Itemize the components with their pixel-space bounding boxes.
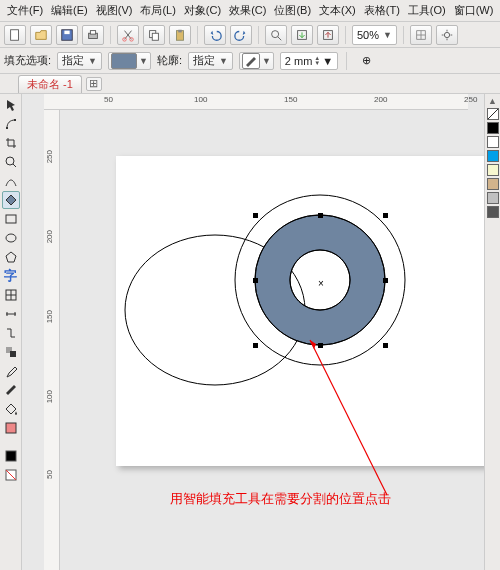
outline-mode-combo[interactable]: 指定 ▼ xyxy=(188,52,233,70)
outline-tool[interactable] xyxy=(2,381,20,399)
chevron-down-icon: ▼ xyxy=(262,56,271,66)
document-tabstrip: 未命名 -1 ⊞ xyxy=(0,74,500,94)
selection-handle[interactable] xyxy=(318,213,323,218)
no-color-swatch[interactable] xyxy=(487,108,499,120)
selection-handle[interactable] xyxy=(383,343,388,348)
menu-edit[interactable]: 编辑(E) xyxy=(48,2,91,19)
document-tab-label: 未命名 -1 xyxy=(27,78,73,90)
selection-handle[interactable] xyxy=(383,278,388,283)
print-button[interactable] xyxy=(82,25,104,45)
chevron-down-icon: ▼ xyxy=(88,56,97,66)
text-tool[interactable]: 字 xyxy=(2,267,20,285)
svg-point-14 xyxy=(444,32,449,37)
polygon-tool[interactable] xyxy=(2,248,20,266)
fill-tool[interactable] xyxy=(2,400,20,418)
color-swatch[interactable] xyxy=(487,178,499,190)
selection-handle[interactable] xyxy=(253,343,258,348)
menu-object[interactable]: 对象(C) xyxy=(181,2,224,19)
menu-table[interactable]: 表格(T) xyxy=(361,2,403,19)
document-tab[interactable]: 未命名 -1 xyxy=(18,75,82,93)
add-tab-button[interactable]: ⊞ xyxy=(86,77,102,91)
zoom-level-combo[interactable]: 50% ▼ xyxy=(352,25,397,45)
svg-point-19 xyxy=(6,234,16,242)
crop-tool[interactable] xyxy=(2,134,20,152)
ruler-vertical[interactable]: 250 200 150 100 50 xyxy=(44,110,60,570)
svg-rect-4 xyxy=(90,30,95,34)
add-node-icon[interactable]: ⊕ xyxy=(355,51,377,71)
selection-handle[interactable] xyxy=(253,213,258,218)
color-swatch[interactable] xyxy=(487,136,499,148)
zoom-tool[interactable] xyxy=(2,153,20,171)
interactive-tool[interactable] xyxy=(2,343,20,361)
menu-layout[interactable]: 布局(L) xyxy=(137,2,178,19)
ruler-mark: 150 xyxy=(284,95,297,104)
menu-view[interactable]: 视图(V) xyxy=(93,2,136,19)
annotation-arrow xyxy=(310,340,387,495)
separator xyxy=(110,26,111,44)
svg-point-17 xyxy=(6,157,14,165)
outline-width-input[interactable]: 2 mm ▲▼ ▼ xyxy=(280,52,338,70)
selection-handle[interactable] xyxy=(318,343,323,348)
paste-button[interactable] xyxy=(169,25,191,45)
freehand-tool[interactable] xyxy=(2,172,20,190)
connector-tool[interactable] xyxy=(2,324,20,342)
menu-text[interactable]: 文本(X) xyxy=(316,2,359,19)
menu-tools[interactable]: 工具(O) xyxy=(405,2,449,19)
spinner[interactable]: ▲▼ xyxy=(314,56,320,66)
selection-handle[interactable] xyxy=(253,278,258,283)
separator xyxy=(258,26,259,44)
svg-rect-8 xyxy=(152,33,158,40)
export-button[interactable] xyxy=(317,25,339,45)
interactive-fill-tool[interactable] xyxy=(2,419,20,437)
drawing-viewport[interactable]: × 用智能填充工具在需要分割的位置点击 xyxy=(60,110,484,570)
outline-width-value: 2 mm xyxy=(285,55,313,67)
color-swatch[interactable] xyxy=(487,122,499,134)
table-tool[interactable] xyxy=(2,286,20,304)
ruler-mark: 250 xyxy=(464,95,477,104)
redo-button[interactable] xyxy=(230,25,252,45)
fill-mode-combo[interactable]: 指定 ▼ xyxy=(57,52,102,70)
zoom-level-value: 50% xyxy=(357,29,379,41)
menu-effect[interactable]: 效果(C) xyxy=(226,2,269,19)
open-button[interactable] xyxy=(30,25,52,45)
eyedropper-tool[interactable] xyxy=(2,362,20,380)
separator xyxy=(345,26,346,44)
palette-up-icon[interactable]: ▲ xyxy=(488,96,497,106)
shape-tool[interactable] xyxy=(2,115,20,133)
color-swatch[interactable] xyxy=(487,150,499,162)
rectangle-tool[interactable] xyxy=(2,210,20,228)
save-button[interactable] xyxy=(56,25,78,45)
color-swatch[interactable] xyxy=(487,192,499,204)
svg-rect-15 xyxy=(6,127,8,129)
separator xyxy=(197,26,198,44)
standard-toolbar: 50% ▼ xyxy=(0,22,500,48)
copy-button[interactable] xyxy=(143,25,165,45)
canvas-area[interactable]: 50 100 150 200 250 250 200 150 100 50 xyxy=(22,94,484,570)
color-swatch[interactable] xyxy=(487,164,499,176)
import-button[interactable] xyxy=(291,25,313,45)
color-fg[interactable] xyxy=(2,447,20,465)
snap-button[interactable] xyxy=(410,25,432,45)
fill-color-picker[interactable]: ▼ xyxy=(108,52,151,70)
ruler-mark: 50 xyxy=(45,470,54,479)
new-button[interactable] xyxy=(4,25,26,45)
ellipse-tool[interactable] xyxy=(2,229,20,247)
selection-handle[interactable] xyxy=(383,213,388,218)
menu-bar: 文件(F) 编辑(E) 视图(V) 布局(L) 对象(C) 效果(C) 位图(B… xyxy=(0,0,500,22)
undo-button[interactable] xyxy=(204,25,226,45)
menu-file[interactable]: 文件(F) xyxy=(4,2,46,19)
options-button[interactable] xyxy=(436,25,458,45)
outline-style-picker[interactable]: ▼ xyxy=(239,52,274,70)
color-bg[interactable] xyxy=(2,466,20,484)
ruler-horizontal[interactable]: 50 100 150 200 250 xyxy=(44,94,468,110)
search-button[interactable] xyxy=(265,25,287,45)
pick-tool[interactable] xyxy=(2,96,20,114)
color-swatch[interactable] xyxy=(487,206,499,218)
menu-bitmap[interactable]: 位图(B) xyxy=(271,2,314,19)
smart-fill-tool[interactable] xyxy=(2,191,20,209)
ruler-mark: 50 xyxy=(104,95,113,104)
cut-button[interactable] xyxy=(117,25,139,45)
dimension-tool[interactable] xyxy=(2,305,20,323)
chevron-down-icon: ▼ xyxy=(383,30,392,40)
menu-window[interactable]: 窗口(W) xyxy=(451,2,497,19)
